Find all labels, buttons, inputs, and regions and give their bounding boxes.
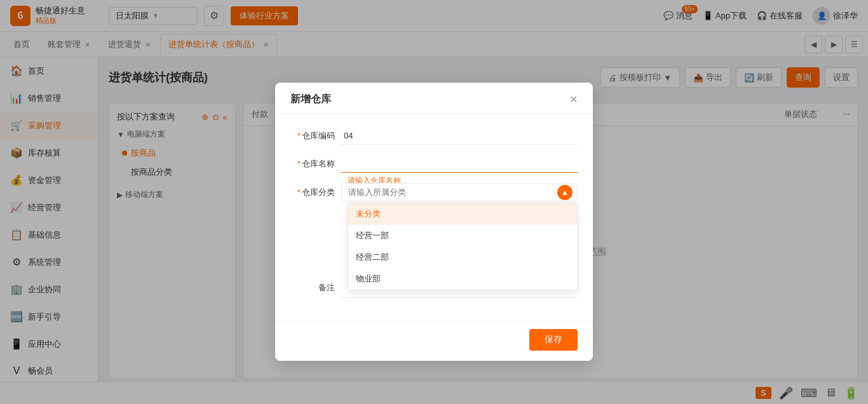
warehouse-name-label: 仓库名称 [290, 158, 341, 170]
dialog-title: 新增仓库 [290, 93, 331, 106]
category-select-input[interactable] [341, 183, 578, 201]
new-warehouse-dialog: 新增仓库 ✕ 仓库编码 仓库名称 请输入仓库名称 仓库分类 [275, 83, 593, 361]
category-select-wrapper: ▲ [341, 183, 578, 201]
dialog-close-button[interactable]: ✕ [569, 93, 578, 105]
warehouse-code-row: 仓库编码 [290, 127, 578, 145]
category-option-property[interactable]: 物业部 [348, 268, 577, 290]
warehouse-code-label: 仓库编码 [290, 130, 341, 142]
category-option-ops2[interactable]: 经营二部 [348, 246, 577, 268]
warehouse-name-input[interactable] [341, 155, 578, 173]
warehouse-code-input[interactable] [341, 127, 578, 145]
warehouse-name-row: 仓库名称 请输入仓库名称 [290, 155, 578, 173]
category-option-none[interactable]: 未分类 [348, 203, 577, 225]
warehouse-note-label: 备注 [290, 282, 341, 293]
category-arrow-button[interactable]: ▲ [557, 185, 573, 200]
save-button[interactable]: 保存 [529, 329, 578, 351]
dialog-overlay: 新增仓库 ✕ 仓库编码 仓库名称 请输入仓库名称 仓库分类 [0, 0, 868, 404]
category-option-ops1[interactable]: 经营一部 [348, 225, 577, 246]
dialog-footer: 保存 [275, 321, 593, 361]
warehouse-category-label: 仓库分类 [290, 187, 341, 198]
warehouse-category-row: 仓库分类 ▲ 未分类 经营一部 经营二部 物业部 [290, 183, 578, 201]
category-dropdown: 未分类 经营一部 经营二部 物业部 [348, 203, 578, 290]
dialog-body: 仓库编码 仓库名称 请输入仓库名称 仓库分类 ▲ [275, 114, 593, 321]
dialog-header: 新增仓库 ✕ [275, 83, 593, 114]
